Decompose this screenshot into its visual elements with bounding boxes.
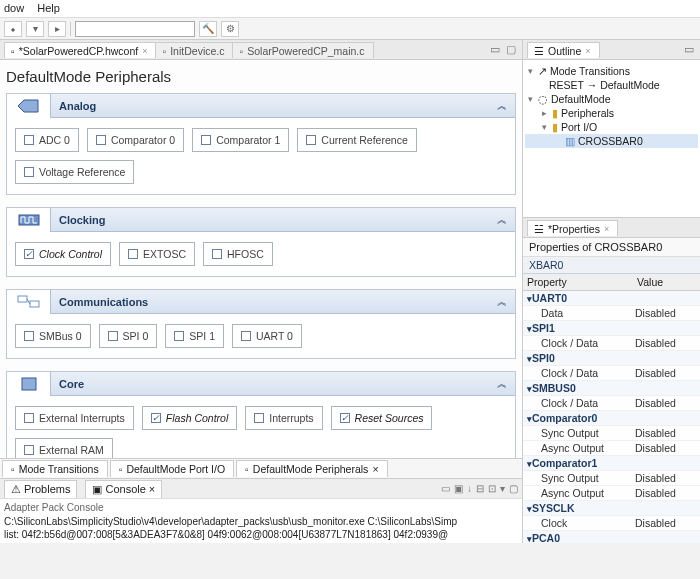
checkbox-icon	[24, 413, 34, 423]
property-category[interactable]: ▾PCA0	[523, 531, 700, 543]
expand-icon[interactable]: ▾	[527, 294, 532, 304]
peripheral-checkbox[interactable]: EXTOSC	[119, 242, 195, 266]
min-icon[interactable]: ▭	[684, 43, 694, 56]
property-row[interactable]: Sync OutputDisabled	[523, 426, 700, 441]
menu-help[interactable]: Help	[37, 2, 60, 14]
property-row[interactable]: Async OutputDisabled	[523, 486, 700, 501]
properties-bar[interactable]: XBAR0	[523, 257, 700, 274]
bars-icon: ▥	[565, 135, 575, 147]
checkbox-icon	[96, 135, 106, 145]
console-tool-3[interactable]: ↓	[467, 483, 472, 494]
group-title: Clocking	[51, 214, 497, 226]
expand-icon[interactable]: ▾	[527, 384, 532, 394]
back-button[interactable]: ⬥	[4, 21, 22, 37]
peripheral-checkbox[interactable]: ADC 0	[15, 128, 79, 152]
close-icon[interactable]: ×	[372, 463, 378, 475]
peripheral-checkbox[interactable]: UART 0	[232, 324, 302, 348]
close-icon[interactable]: ×	[149, 483, 155, 495]
peripheral-checkbox[interactable]: Reset Sources	[331, 406, 433, 430]
property-row[interactable]: Clock / DataDisabled	[523, 336, 700, 351]
property-row[interactable]: Sync OutputDisabled	[523, 471, 700, 486]
close-icon[interactable]: ×	[142, 46, 147, 56]
console-tool-2[interactable]: ▣	[454, 483, 463, 494]
property-category[interactable]: ▾UART0	[523, 291, 700, 306]
property-row[interactable]: Async OutputDisabled	[523, 441, 700, 456]
config-button[interactable]: ⚙	[221, 21, 239, 37]
properties-tab[interactable]: ☱*Properties×	[527, 220, 618, 236]
peripheral-checkbox[interactable]: Comparator 1	[192, 128, 289, 152]
property-category[interactable]: ▾SMBUS0	[523, 381, 700, 396]
tab-icon: ▫	[119, 463, 123, 475]
editor-tab[interactable]: ▫*SolarPoweredCP.hwconf×	[4, 42, 156, 58]
property-category[interactable]: ▾Comparator0	[523, 411, 700, 426]
maximize-icon[interactable]: ▢	[506, 43, 516, 56]
console-line-1: C:\SiliconLabs\SimplicityStudio\v4\devel…	[4, 515, 518, 528]
editor-bottom-tabs: ▫Mode Transitions▫DefaultMode Port I/O▫D…	[0, 458, 522, 478]
collapse-icon[interactable]: ︽	[497, 295, 515, 309]
minimize-icon[interactable]: ▭	[490, 43, 500, 56]
problems-tab[interactable]: ⚠Problems	[4, 480, 77, 498]
property-category[interactable]: ▾Comparator1	[523, 456, 700, 471]
expand-icon[interactable]: ▾	[527, 354, 532, 364]
property-row[interactable]: Clock / DataDisabled	[523, 396, 700, 411]
peripheral-checkbox[interactable]: Comparator 0	[87, 128, 184, 152]
peripheral-checkbox[interactable]: Flash Control	[142, 406, 237, 430]
clocking-icon	[7, 208, 51, 232]
expand-icon[interactable]: ▾	[527, 534, 532, 543]
editor-tab[interactable]: ▫InitDevice.c	[155, 42, 233, 58]
peripheral-checkbox[interactable]: Clock Control	[15, 242, 111, 266]
peripheral-checkbox[interactable]: SPI 0	[99, 324, 158, 348]
peripheral-checkbox[interactable]: Interrupts	[245, 406, 322, 430]
menubar: dow Help	[0, 0, 700, 18]
peripheral-checkbox[interactable]: Voltage Reference	[15, 160, 134, 184]
outline-tab[interactable]: ☰Outline×	[527, 42, 600, 58]
expand-icon[interactable]: ▾	[525, 66, 535, 76]
menu-window[interactable]: dow	[4, 2, 24, 14]
console-tool-4[interactable]: ⊟	[476, 483, 484, 494]
property-row[interactable]: Clock / DataDisabled	[523, 366, 700, 381]
build-button[interactable]: 🔨	[199, 21, 217, 37]
dropdown-button[interactable]: ▾	[26, 21, 44, 37]
transitions-icon: ↗	[538, 65, 547, 77]
analog-icon	[7, 94, 51, 118]
collapse-icon[interactable]: ︽	[497, 99, 515, 113]
expand-icon[interactable]: ▾	[527, 459, 532, 469]
bottom-tab[interactable]: ▫DefaultMode Port I/O	[110, 460, 234, 477]
expand-icon[interactable]: ▾	[527, 414, 532, 424]
console-tab[interactable]: ▣Console×	[85, 480, 162, 498]
expand-icon[interactable]: ▾	[527, 324, 532, 334]
peripheral-checkbox[interactable]: External RAM	[15, 438, 113, 458]
expand-icon[interactable]: ▸	[539, 108, 549, 118]
search-input[interactable]	[75, 21, 195, 37]
console-tool-1[interactable]: ▭	[441, 483, 450, 494]
bottom-tab[interactable]: ▫Mode Transitions	[2, 460, 108, 477]
property-row[interactable]: ClockDisabled	[523, 516, 700, 531]
console-tool-6[interactable]: ▾	[500, 483, 505, 494]
peripheral-checkbox[interactable]: SMBus 0	[15, 324, 91, 348]
expand-icon[interactable]: ▾	[527, 504, 532, 514]
peripheral-checkbox[interactable]: SPI 1	[165, 324, 224, 348]
properties-table[interactable]: ▾UART0DataDisabled▾SPI1Clock / DataDisab…	[523, 291, 700, 543]
tree-item-crossbar0[interactable]: ▥CROSSBAR0	[525, 134, 698, 148]
expand-icon[interactable]: ▾	[539, 122, 549, 132]
peripheral-checkbox[interactable]: External Interrupts	[15, 406, 134, 430]
mode-icon: ◌	[538, 93, 548, 105]
collapse-icon[interactable]: ︽	[497, 213, 515, 227]
bottom-tab[interactable]: ▫DefaultMode Peripherals ×	[236, 460, 387, 477]
peripheral-checkbox[interactable]: Current Reference	[297, 128, 416, 152]
forward-button[interactable]: ▸	[48, 21, 66, 37]
expand-icon[interactable]: ▾	[525, 94, 535, 104]
svg-rect-2	[18, 296, 27, 302]
collapse-icon[interactable]: ︽	[497, 377, 515, 391]
property-category[interactable]: ▾SPI1	[523, 321, 700, 336]
console-tool-7[interactable]: ▢	[509, 483, 518, 494]
property-row[interactable]: DataDisabled	[523, 306, 700, 321]
property-category[interactable]: ▾SPI0	[523, 351, 700, 366]
peripheral-checkbox[interactable]: HFOSC	[203, 242, 273, 266]
outline-tree[interactable]: ▾↗Mode Transitions RESET → DefaultMode ▾…	[523, 60, 700, 218]
console-tool-5[interactable]: ⊡	[488, 483, 496, 494]
editor-tab[interactable]: ▫SolarPoweredCP_main.c	[232, 42, 373, 58]
checkbox-icon	[128, 249, 138, 259]
property-category[interactable]: ▾SYSCLK	[523, 501, 700, 516]
checkbox-icon	[24, 331, 34, 341]
